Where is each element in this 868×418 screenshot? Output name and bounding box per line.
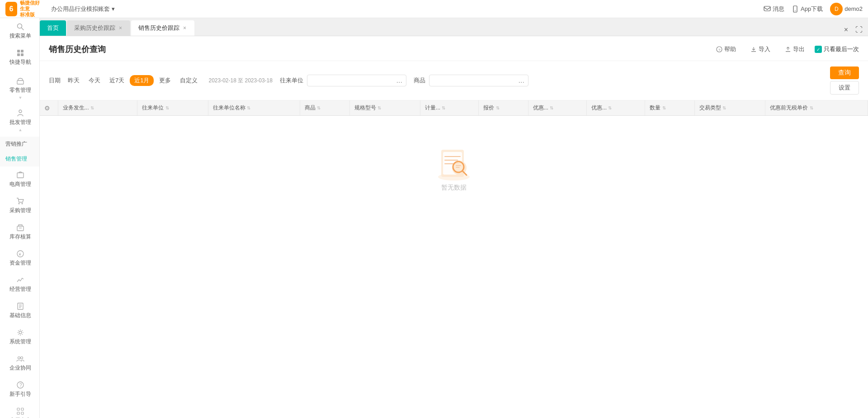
goods-filter-group: 商品 ... [414,75,528,86]
inventory-label: 库存核算 [9,233,31,241]
tab-purchase-history[interactable]: 采购历史价跟踪 × [67,20,130,36]
tab-purchase-close[interactable]: × [118,24,123,32]
col-unit: 计量... ⇅ [420,100,479,116]
settings-btn[interactable]: 设置 [830,81,859,95]
close-all-tabs-btn[interactable]: × [842,24,850,36]
logo-icon: 6 [5,2,17,16]
col-goods: 商品 ⇅ [300,100,349,116]
svg-rect-5 [17,50,20,52]
col-quote: 报价 ⇅ [479,100,528,116]
export-btn[interactable]: 导出 [780,43,809,55]
sidebar-item-quick-nav[interactable]: 快捷导航 [0,44,39,71]
import-btn[interactable]: 导入 [746,43,775,55]
header-right: 消息 App下载 D demo2 [764,3,863,15]
fullscreen-btn[interactable]: ⛶ [854,24,864,36]
sort-icon-biz-date[interactable]: ⇅ [90,105,94,110]
ops-label: 经营管理 [9,285,31,293]
sort-icon-discount2[interactable]: ⇅ [608,105,612,110]
sidebar-item-search-menu[interactable]: 搜索菜单 [0,18,39,44]
wholesale-icon [16,109,24,117]
tab-home[interactable]: 首页 [40,20,66,36]
svg-line-4 [22,28,24,30]
sort-icon-trade-type[interactable]: ⇅ [722,105,726,110]
enterprise-collab-label: 企业协同 [9,364,31,372]
sort-icon-partner-code[interactable]: ⇅ [165,105,169,110]
tab-sales-close[interactable]: × [182,24,187,32]
goods-dots-btn[interactable]: ... [519,76,524,85]
content-area: 首页 采购历史价跟踪 × 销售历史价跟踪 × × ⛶ 销售历史价查询 [40,18,868,418]
search-btn[interactable]: 查询 [830,66,859,79]
sort-icon-spec[interactable]: ⇅ [377,105,381,110]
svg-point-13 [22,203,23,204]
date-btn-today[interactable]: 今天 [85,75,104,86]
table-settings-icon[interactable]: ⚙ [44,104,50,112]
sort-icon-pre-tax-price[interactable]: ⇅ [810,105,813,110]
sort-icon-qty[interactable]: ⇅ [662,105,666,110]
sidebar-item-marketing[interactable]: 营销推广 [0,137,39,152]
col-discount2: 优惠... ⇅ [587,100,645,116]
col-pre-tax-price: 优惠前无税单价 ⇅ [765,100,868,116]
goods-filter-input[interactable]: ... [429,75,528,86]
avatar: D [830,3,843,15]
table-header-row: ⚙ 业务发生... ⇅ 往来单位 ⇅ 往来单位名称 [40,100,868,116]
finance-label: 资金管理 [9,259,31,267]
page-content: 销售历史价查询 ? 帮助 导入 导出 [40,36,868,418]
sidebar-item-basic-info[interactable]: 基础信息 [0,298,39,324]
sidebar-item-ops[interactable]: 经营管理 [0,271,39,298]
inventory-icon [16,223,24,232]
app-download-action[interactable]: App下载 [792,5,823,13]
purchase-icon [16,197,24,205]
help-btn[interactable]: ? 帮助 [712,43,741,55]
app-selector[interactable]: 办公用品行业模拟账套 ▾ [47,3,118,15]
sort-icon-partner-name[interactable]: ⇅ [247,105,250,110]
tab-purchase-label: 采购历史价跟踪 [74,24,115,32]
sort-icon-goods[interactable]: ⇅ [317,105,321,110]
svg-point-23 [18,357,20,359]
partner-filter-input[interactable]: ... [307,75,406,86]
sidebar-item-app-center[interactable]: 应用中心 [0,403,39,418]
help-icon: ? [716,46,722,52]
sidebar-item-inventory[interactable]: 库存核算 [0,219,39,245]
sidebar-item-sales-mgmt[interactable]: 销售管理 [0,152,39,166]
col-trade-type: 交易类型 ⇅ [694,100,765,116]
svg-point-2 [795,10,796,11]
svg-point-24 [21,357,23,359]
svg-rect-30 [21,412,24,414]
sidebar-item-wholesale-mgmt[interactable]: 批发管理 ▲ [0,104,39,137]
sidebar-item-newbie[interactable]: ? 新手引导 [0,376,39,403]
message-action[interactable]: 消息 [764,5,784,13]
sidebar-item-sys-mgmt[interactable]: 系统管理 [0,324,39,350]
date-btn-7days[interactable]: 近7天 [106,75,128,86]
date-btn-yesterday[interactable]: 昨天 [64,75,83,86]
data-table: ⚙ 业务发生... ⇅ 往来单位 ⇅ 往来单位名称 [40,100,868,116]
retail-icon [16,77,24,85]
date-btn-custom[interactable]: 自定义 [176,75,201,86]
sort-icon-quote[interactable]: ⇅ [496,105,500,110]
svg-point-22 [19,331,22,334]
goods-input-field[interactable] [433,77,519,84]
marketing-label: 营销推广 [5,140,27,148]
user-profile[interactable]: D demo2 [830,3,863,15]
col-discount1: 优惠... ⇅ [528,100,586,116]
sort-icon-discount1[interactable]: ⇅ [550,105,553,110]
partner-dots-btn[interactable]: ... [396,76,402,85]
only-last-toggle[interactable]: ✓ 只看最后一次 [815,45,859,53]
page-header: 销售历史价查询 ? 帮助 导入 导出 [40,36,868,61]
checkbox-icon: ✓ [815,46,822,53]
sidebar-item-finance[interactable]: ¥ 资金管理 [0,245,39,271]
sidebar-item-enterprise-collab[interactable]: 企业协同 [0,350,39,376]
sys-mgmt-label: 系统管理 [9,338,31,346]
sidebar-item-retail-mgmt[interactable]: 零售管理 ▼ [0,72,39,104]
partner-input-field[interactable] [311,77,396,84]
wholesale-mgmt-label: 批发管理 [9,119,31,126]
tab-sales-history[interactable]: 销售历史价跟踪 × [131,20,194,36]
sort-icon-unit[interactable]: ⇅ [442,105,445,110]
col-partner-name: 往来单位名称 ⇅ [208,100,300,116]
export-label: 导出 [793,45,805,53]
svg-rect-29 [17,412,19,414]
wholesale-sub-items: 营销推广 销售管理 [0,137,39,166]
sidebar-item-ecommerce[interactable]: 电商管理 [0,166,39,193]
date-btn-more[interactable]: 更多 [156,75,175,86]
sidebar-item-purchase[interactable]: 采购管理 [0,193,39,219]
date-btn-1month[interactable]: 近1月 [130,75,154,86]
